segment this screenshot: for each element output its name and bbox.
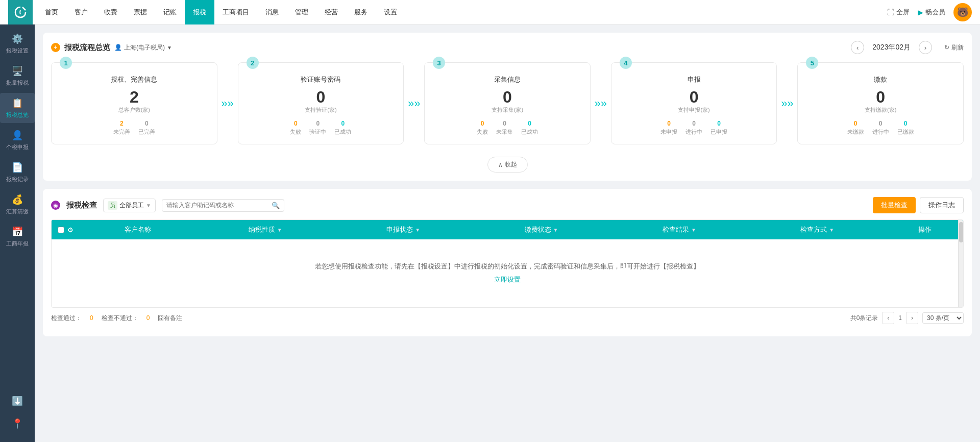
content-area: + 报税流程总览 👤 上海(电子税局) ▼ ‹ 2023年02月 › ↻ 刷新 bbox=[35, 24, 980, 442]
operation-log-button[interactable]: 操作日志 bbox=[920, 197, 964, 213]
next-month-button[interactable]: › bbox=[919, 41, 932, 54]
empty-message: 若您想使用报税检查功能，请先在【报税设置】中进行报税的初始化设置，完成密码验证和… bbox=[62, 260, 953, 273]
chevron-down-icon: ▼ bbox=[167, 45, 172, 51]
nav-client[interactable]: 客户 bbox=[66, 0, 96, 24]
employee-filter[interactable]: 员 全部员工 ▼ bbox=[103, 199, 156, 212]
nav-business[interactable]: 工商项目 bbox=[214, 0, 257, 24]
prev-month-button[interactable]: ‹ bbox=[851, 41, 864, 54]
sidebar-item-personal-tax[interactable]: 👤 个税申报 bbox=[0, 125, 35, 155]
nav-service[interactable]: 服务 bbox=[346, 0, 376, 24]
fail-label: 检查不通过： bbox=[102, 314, 138, 323]
fail-value[interactable]: 0 bbox=[146, 314, 150, 322]
nav-manage[interactable]: 管理 bbox=[287, 0, 316, 24]
settlement-icon: 💰 bbox=[11, 193, 23, 206]
fullscreen-button[interactable]: ⛶ 全屏 bbox=[887, 8, 910, 17]
step-3-detail-1: 0 未采集 bbox=[496, 120, 513, 136]
search-input[interactable] bbox=[166, 202, 272, 209]
setup-link[interactable]: 立即设置 bbox=[494, 276, 521, 283]
nav-fee[interactable]: 收费 bbox=[96, 0, 126, 24]
next-page-button[interactable]: › bbox=[906, 312, 918, 324]
process-step-4: 4 申报 0 支持申报(家) 0 未申报 0 进行中 bbox=[611, 62, 777, 144]
employee-filter-badge: 员 bbox=[108, 201, 117, 210]
step-4-val-1: 0 bbox=[692, 120, 696, 127]
per-page-select[interactable]: 30 条/页50 条/页100 条/页 bbox=[922, 312, 964, 324]
step-4-title: 申报 bbox=[688, 75, 701, 84]
location-tag[interactable]: 👤 上海(电子税局) ▼ bbox=[114, 43, 172, 52]
nav-operation[interactable]: 经营 bbox=[316, 0, 346, 24]
th-customer-name: 客户名称 bbox=[80, 220, 197, 239]
vip-button[interactable]: ▶ 畅会员 bbox=[918, 8, 945, 17]
step-1-title: 授权、完善信息 bbox=[111, 75, 157, 84]
collapse-button[interactable]: ∧ 收起 bbox=[487, 157, 528, 173]
gear-icon[interactable]: ⚙ bbox=[67, 226, 74, 234]
download-icon: ⬇️ bbox=[11, 395, 23, 407]
pagination: 共0条记录 ‹ 1 › 30 条/页50 条/页100 条/页 bbox=[850, 312, 964, 324]
step-1-subtitle: 总客户数(家) bbox=[118, 106, 150, 114]
check-title-badge: ◉ bbox=[51, 201, 60, 210]
arrow-2: »» bbox=[404, 62, 424, 144]
filter-icon-3[interactable]: ▼ bbox=[553, 227, 558, 233]
tax-overview-icon: 📋 bbox=[11, 97, 23, 109]
step-1-detail-1: 0 已完善 bbox=[138, 120, 155, 136]
step-5-num: 5 bbox=[806, 57, 818, 69]
sidebar-item-location[interactable]: 📍 bbox=[0, 413, 35, 434]
sidebar-bottom: ⬇️ 📍 bbox=[0, 391, 35, 442]
pass-value[interactable]: 0 bbox=[90, 314, 93, 322]
step-2-val-1: 0 bbox=[316, 120, 320, 127]
step-5-detail-1: 0 进行中 bbox=[872, 120, 889, 136]
step-3-label-2: 已成功 bbox=[521, 128, 538, 136]
sidebar-item-settlement[interactable]: 💰 汇算清缴 bbox=[0, 189, 35, 219]
sidebar-item-tax-settings[interactable]: ⚙️ 报税设置 bbox=[0, 29, 35, 59]
tax-check-card: ◉ 报税检查 员 全部员工 ▼ 🔍 批量检查 操作日志 bbox=[43, 189, 972, 336]
first-page-button[interactable]: ‹ bbox=[882, 312, 894, 324]
sidebar-item-download[interactable]: ⬇️ bbox=[0, 391, 35, 411]
step-1-val-0: 2 bbox=[120, 120, 124, 127]
nav-message[interactable]: 消息 bbox=[257, 0, 287, 24]
nav-invoice[interactable]: 票据 bbox=[126, 0, 155, 24]
step-3-val-1: 0 bbox=[503, 120, 506, 127]
th-tax-nature: 纳税性质 ▼ bbox=[197, 220, 334, 239]
refresh-button[interactable]: ↻ 刷新 bbox=[944, 43, 964, 52]
filter-chevron-icon: ▼ bbox=[146, 203, 151, 208]
sidebar-item-tax-overview[interactable]: 📋 报税总览 bbox=[0, 93, 35, 123]
filter-icon-4[interactable]: ▼ bbox=[691, 227, 696, 233]
mascot-avatar[interactable]: 🐻 bbox=[953, 3, 972, 21]
select-all-checkbox[interactable] bbox=[58, 227, 64, 233]
step-1-detail-0: 2 未完善 bbox=[113, 120, 130, 136]
step-4-label-0: 未申报 bbox=[660, 128, 677, 136]
nav-tax[interactable]: 报税 bbox=[185, 0, 214, 24]
filter-icon-1[interactable]: ▼ bbox=[277, 227, 282, 233]
nav-right: ⛶ 全屏 ▶ 畅会员 🐻 bbox=[887, 3, 972, 21]
filter-icon-2[interactable]: ▼ bbox=[415, 227, 420, 233]
step-5-details: 0 未缴款 0 进行中 0 已缴款 bbox=[847, 120, 914, 136]
batch-check-button[interactable]: 批量检查 bbox=[873, 197, 916, 213]
filter-icon-5[interactable]: ▼ bbox=[829, 227, 834, 233]
step-4-val-2: 0 bbox=[717, 120, 721, 127]
current-page: 1 bbox=[898, 314, 902, 322]
step-2-num: 2 bbox=[247, 57, 259, 69]
check-actions: 批量检查 操作日志 bbox=[873, 197, 964, 213]
process-overview-header: + 报税流程总览 👤 上海(电子税局) ▼ ‹ 2023年02月 › ↻ 刷新 bbox=[51, 41, 964, 54]
table-footer: 检查通过： 0 检查不通过： 0 囧有备注 共0条记录 ‹ 1 › 30 条/页… bbox=[51, 308, 964, 328]
step-3-label-0: 失败 bbox=[477, 128, 488, 136]
sidebar-item-annual-report[interactable]: 📅 工商年报 bbox=[0, 222, 35, 252]
search-icon[interactable]: 🔍 bbox=[272, 202, 280, 209]
th-check-method: 检查方式 ▼ bbox=[748, 220, 886, 239]
nav-settings[interactable]: 设置 bbox=[376, 0, 405, 24]
refresh-icon: ↻ bbox=[944, 44, 949, 51]
check-title: 报税检查 bbox=[66, 201, 97, 210]
step-3-subtitle: 支持采集(家) bbox=[492, 106, 523, 114]
remark-label: 囧有备注 bbox=[158, 314, 182, 323]
step-1-details: 2 未完善 0 已完善 bbox=[113, 120, 155, 136]
nav-accounting[interactable]: 记账 bbox=[155, 0, 185, 24]
check-header: ◉ 报税检查 员 全部员工 ▼ 🔍 批量检查 操作日志 bbox=[51, 197, 964, 213]
step-2-detail-2: 0 已成功 bbox=[334, 120, 351, 136]
sidebar-item-tax-record[interactable]: 📄 报税记录 bbox=[0, 157, 35, 187]
step-2-detail-1: 0 验证中 bbox=[309, 120, 326, 136]
sidebar-item-batch-tax[interactable]: 🖥️ 批量报税 bbox=[0, 61, 35, 91]
table-header-row: ⚙ 客户名称 纳税性质 ▼ bbox=[52, 220, 963, 239]
step-4-label-1: 进行中 bbox=[685, 128, 702, 136]
process-title: 报税流程总览 bbox=[64, 43, 110, 53]
main-layout: ⚙️ 报税设置 🖥️ 批量报税 📋 报税总览 👤 个税申报 📄 报税记录 💰 汇… bbox=[0, 24, 980, 442]
nav-home[interactable]: 首页 bbox=[37, 0, 66, 24]
